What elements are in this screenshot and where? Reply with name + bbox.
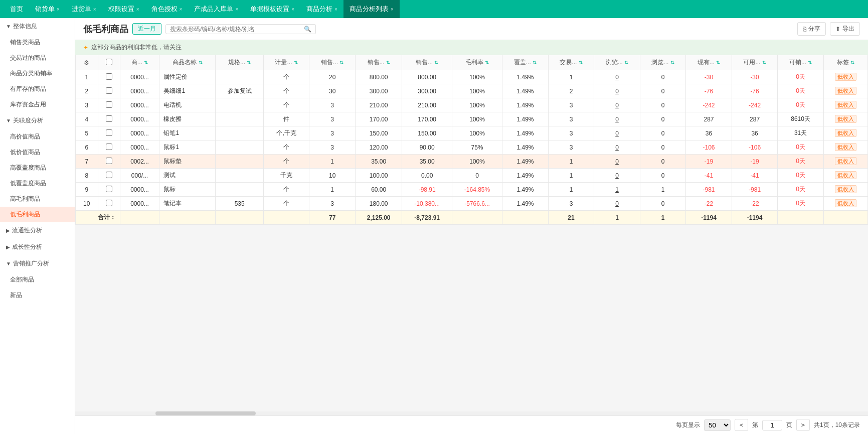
row-checkbox[interactable] [98, 197, 120, 211]
nav-permission[interactable]: 权限设置 × [102, 0, 145, 18]
row-view1[interactable]: 0 [594, 126, 640, 140]
row-checkbox[interactable] [98, 112, 120, 126]
col-view1[interactable]: 浏览... ⇅ [594, 55, 640, 70]
row-code: 0000... [120, 140, 159, 155]
row-select-checkbox[interactable] [106, 172, 112, 178]
row-view1[interactable]: 0 [594, 155, 640, 169]
select-all-checkbox[interactable] [106, 59, 112, 65]
horizontal-scrollbar[interactable] [75, 411, 868, 415]
nav-product-analysis-list[interactable]: 商品分析列表 × [343, 0, 400, 18]
row-no: 7 [76, 155, 98, 169]
nav-sales-order-close[interactable]: × [57, 7, 60, 12]
row-view1[interactable]: 0 [594, 197, 640, 211]
sidebar-item-all-products[interactable]: 全部商品 [0, 272, 75, 287]
col-name[interactable]: 商品名称 ⇅ [159, 55, 216, 70]
row-select-checkbox[interactable] [106, 115, 112, 122]
col-spec[interactable]: 规格... ⇅ [216, 55, 263, 70]
row-view1[interactable]: 0 [594, 140, 640, 155]
nav-permission-close[interactable]: × [136, 7, 139, 12]
nav-purchase-order-close[interactable]: × [93, 7, 96, 12]
nav-product-analysis-close[interactable]: × [334, 7, 337, 12]
row-checkbox[interactable] [98, 169, 120, 183]
nav-product-inbound[interactable]: 产成品入库单 × [188, 0, 244, 18]
nav-sales-order[interactable]: 销货单 × [29, 0, 66, 18]
next-page-button[interactable]: ＞ [796, 419, 810, 431]
col-current-stock[interactable]: 现有... ⇅ [686, 55, 732, 70]
sidebar-item-in-stock[interactable]: 有库存的商品 [0, 81, 75, 97]
table-area[interactable]: ⚙ 商... ⇅ 商品名称 ⇅ 规格... ⇅ 计量... ⇅ 销售... ⇅ … [75, 55, 868, 411]
page-input[interactable] [762, 420, 782, 430]
nav-product-analysis-list-close[interactable]: × [391, 7, 394, 12]
col-view2[interactable]: 浏览... ⇅ [640, 55, 686, 70]
prev-page-button[interactable]: ＜ [735, 419, 748, 431]
sidebar-item-new-products[interactable]: 新品 [0, 287, 75, 303]
nav-product-inbound-close[interactable]: × [235, 7, 238, 12]
row-select-checkbox[interactable] [106, 158, 112, 164]
sidebar-group-marketing[interactable]: ▼ 营销推广分析 [0, 255, 75, 272]
nav-role-auth[interactable]: 角色授权 × [145, 0, 189, 18]
scrollbar-thumb[interactable] [155, 411, 256, 415]
row-view1[interactable]: 0 [594, 84, 640, 98]
col-sellable-days[interactable]: 可销... ⇅ [778, 55, 824, 70]
sidebar-item-category-rate[interactable]: 商品分类助销率 [0, 66, 75, 81]
search-icon[interactable]: 🔍 [304, 26, 311, 33]
nav-home[interactable]: 首页 [4, 0, 29, 18]
col-sales-amount[interactable]: 销售... ⇅ [402, 55, 452, 70]
row-view1[interactable]: 0 [594, 112, 640, 126]
share-button[interactable]: ⎘ 分享 [797, 22, 826, 36]
col-sales-qty[interactable]: 销售... ⇅ [309, 55, 356, 70]
row-select-checkbox[interactable] [106, 101, 112, 108]
sidebar-item-high-margin[interactable]: 高毛利商品 [0, 191, 75, 207]
col-sales-price[interactable]: 销售... ⇅ [355, 55, 402, 70]
per-page-select[interactable]: 50 100 200 [704, 419, 731, 431]
col-available-stock[interactable]: 可用... ⇅ [732, 55, 778, 70]
row-checkbox[interactable] [98, 98, 120, 112]
nav-purchase-order[interactable]: 进货单 × [66, 0, 102, 18]
search-input[interactable] [170, 26, 304, 33]
nav-product-analysis-list-label: 商品分析列表 [350, 5, 389, 14]
row-checkbox[interactable] [98, 140, 120, 155]
nav-template-setting[interactable]: 单据模板设置 × [244, 0, 300, 18]
row-view1[interactable]: 1 [594, 183, 640, 197]
row-checkbox[interactable] [98, 84, 120, 98]
sidebar-item-low-margin[interactable]: 低毛利商品 [0, 207, 75, 222]
nav-product-analysis[interactable]: 商品分析 × [300, 0, 343, 18]
row-checkbox[interactable] [98, 126, 120, 140]
sidebar-group-circulation[interactable]: ▶ 流通性分析 [0, 222, 75, 239]
row-select-checkbox[interactable] [106, 200, 112, 206]
col-unit[interactable]: 计量... ⇅ [263, 55, 309, 70]
col-code[interactable]: 商... ⇅ [120, 55, 159, 70]
col-transaction[interactable]: 交易... ⇅ [548, 55, 594, 70]
sidebar-item-low-coverage[interactable]: 低覆盖度商品 [0, 176, 75, 191]
col-settings[interactable]: ⚙ [76, 55, 98, 70]
sidebar-item-sales-products[interactable]: 销售类商品 [0, 35, 75, 50]
row-view1[interactable]: 0 [594, 70, 640, 84]
row-view1[interactable]: 0 [594, 98, 640, 112]
sidebar-group-growth[interactable]: ▶ 成长性分析 [0, 239, 75, 255]
row-select-checkbox[interactable] [106, 186, 112, 192]
row-select-checkbox[interactable] [106, 129, 112, 136]
nav-role-auth-close[interactable]: × [180, 7, 183, 12]
nav-template-setting-close[interactable]: × [291, 7, 294, 12]
row-view1[interactable]: 0 [594, 169, 640, 183]
date-filter-button[interactable]: 近一月 [132, 23, 161, 35]
sidebar-item-capital[interactable]: 库存资金占用 [0, 97, 75, 112]
row-checkbox[interactable] [98, 155, 120, 169]
per-page-label: 每页显示 [676, 421, 700, 429]
row-select-checkbox[interactable] [106, 73, 112, 80]
export-button[interactable]: ⬆ 导出 [830, 22, 860, 36]
row-checkbox[interactable] [98, 183, 120, 197]
sidebar-item-traded-products[interactable]: 交易过的商品 [0, 50, 75, 66]
col-tag[interactable]: 标签 ⇅ [823, 55, 867, 70]
sidebar-item-low-value[interactable]: 低价值商品 [0, 144, 75, 160]
row-select-checkbox[interactable] [106, 143, 112, 150]
sidebar-group-relevance[interactable]: ▼ 关联度分析 [0, 112, 75, 129]
sidebar-item-high-coverage[interactable]: 高覆盖度商品 [0, 160, 75, 176]
col-checkbox[interactable] [98, 55, 120, 70]
sidebar-group-overall[interactable]: ▼ 整体信息 [0, 18, 75, 35]
row-checkbox[interactable] [98, 70, 120, 84]
sidebar-item-high-value[interactable]: 高价值商品 [0, 129, 75, 144]
row-select-checkbox[interactable] [106, 87, 112, 94]
col-gross-margin[interactable]: 毛利率 ⇅ [452, 55, 502, 70]
col-coverage[interactable]: 覆盖... ⇅ [502, 55, 549, 70]
